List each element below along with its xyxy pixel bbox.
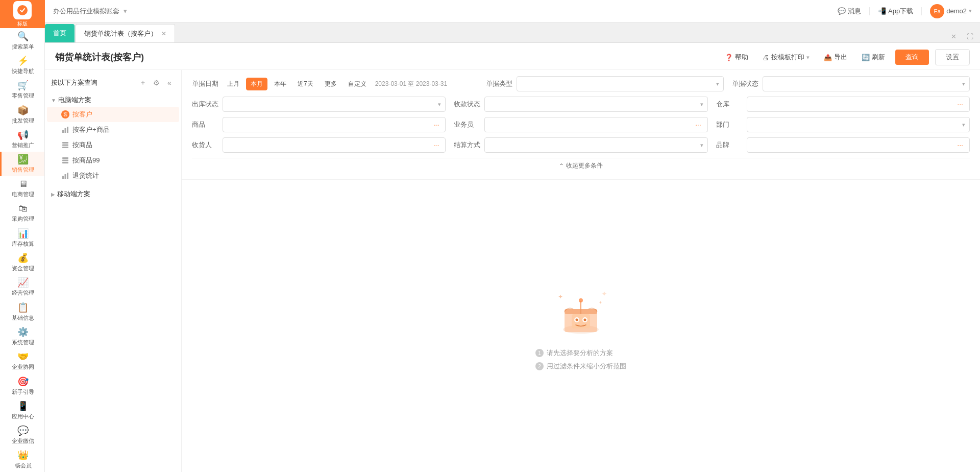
svg-point-23: [579, 298, 583, 302]
date-btn-last-month[interactable]: 上月: [223, 78, 244, 90]
sidebar-item-inventory[interactable]: 📊 库存核算: [0, 225, 44, 250]
add-scheme-btn[interactable]: ＋: [137, 77, 149, 88]
scheme-item-return-stats[interactable]: 退货统计: [47, 168, 179, 183]
tab-close-btn[interactable]: ✕: [161, 30, 166, 37]
sidebar-label-wholesale: 批发管理: [12, 117, 34, 125]
sidebar-item-corp[interactable]: 🤝 企业协同: [0, 349, 44, 373]
sidebar-item-newbie[interactable]: 🎯 新手引导: [0, 373, 44, 398]
date-filter-group: 上月 本月 本年 近7天 更多 自定义 2023-03-01 至 2023-03…: [223, 78, 447, 90]
receipt-status-select[interactable]: ▾: [484, 97, 707, 112]
sidebar-item-ops[interactable]: 📈 经营管理: [0, 275, 44, 299]
sidebar-item-search[interactable]: 🔍 搜索菜单: [0, 28, 44, 53]
user-area[interactable]: Ea demo2 ▾: [930, 4, 972, 18]
sidebar-item-purchase[interactable]: 🛍 采购管理: [0, 201, 44, 225]
sidebar-item-apps[interactable]: 📱 应用中心: [0, 398, 44, 422]
svg-rect-10: [62, 176, 64, 179]
sidebar-item-system[interactable]: ⚙️ 系统管理: [0, 324, 44, 348]
date-btn-custom[interactable]: 自定义: [344, 78, 371, 90]
status-chevron-icon: ▾: [962, 81, 965, 87]
date-btn-more[interactable]: 更多: [320, 78, 341, 90]
main-area: 办公用品行业模拟账套 ▾ 💬 消息 📲 App下载 Ea demo2 ▾: [45, 0, 980, 472]
receipt-status-label: 收款状态: [454, 100, 480, 109]
wholesale-icon: 📦: [17, 105, 29, 116]
sidebar-label-basic: 基础信息: [12, 314, 34, 322]
divider-1: [869, 7, 870, 15]
svg-rect-9: [62, 162, 68, 163]
date-btn-7days[interactable]: 近7天: [293, 78, 318, 90]
type-select[interactable]: ▾: [517, 76, 724, 91]
download-icon: 📲: [878, 7, 886, 15]
receiver-input[interactable]: ···: [223, 137, 446, 153]
status-select[interactable]: ▾: [763, 76, 970, 91]
tab-sales-stat[interactable]: 销货单统计表（按客户） ✕: [76, 24, 175, 42]
tab-home-label: 首页: [53, 29, 66, 38]
sidebar-label-system: 系统管理: [12, 339, 34, 346]
sidebar-item-basic[interactable]: 📋 基础信息: [0, 299, 44, 324]
tab-home[interactable]: 首页: [45, 24, 75, 42]
scheme-item-by-goods-99[interactable]: 按商品99: [47, 153, 179, 168]
filter-out-status: 出库状态 ▾: [192, 97, 446, 112]
tab-sales-stat-label: 销货单统计表（按客户）: [84, 29, 157, 38]
date-btn-this-month[interactable]: 本月: [246, 78, 267, 90]
settlement-select[interactable]: ▾: [484, 137, 707, 153]
header-right: 💬 消息 📲 App下载 Ea demo2 ▾: [838, 4, 972, 18]
scheme-item-by-goods[interactable]: 按商品: [47, 137, 179, 153]
sidebar-item-finance[interactable]: 💰 资金管理: [0, 250, 44, 275]
avatar: Ea: [930, 4, 944, 18]
tab-expand[interactable]: ⛶: [964, 30, 976, 42]
scheme-item-by-customer[interactable]: 客 按客户: [47, 107, 179, 122]
sidebar-item-wholesale[interactable]: 📦 批发管理: [0, 102, 44, 127]
dropdown-icon[interactable]: ▾: [124, 7, 127, 15]
header-left: 办公用品行业模拟账套 ▾: [53, 7, 127, 16]
svg-rect-12: [67, 173, 68, 179]
content-area: 销货单统计表(按客户) ❓ 帮助 🖨 按模板打印 ▾ 📤 导出 🔄 刷新: [45, 43, 980, 472]
message-btn[interactable]: 💬 消息: [838, 7, 861, 16]
top-header: 办公用品行业模拟账套 ▾ 💬 消息 📲 App下载 Ea demo2 ▾: [45, 0, 980, 22]
settings-scheme-btn[interactable]: ⚙: [151, 77, 162, 88]
logo-icon: [13, 1, 32, 19]
svg-text:✦: ✦: [601, 290, 607, 298]
query-btn[interactable]: 查询: [895, 50, 929, 65]
mobile-group-arrow: ▶: [51, 192, 55, 197]
sidebar-item-corp-wechat[interactable]: 💬 企业微信: [0, 422, 44, 447]
brand-input[interactable]: ···: [747, 137, 970, 153]
collapse-panel-btn[interactable]: «: [164, 77, 175, 88]
sidebar-item-ecommerce[interactable]: 🖥 电商管理: [0, 176, 44, 201]
receiver-dots-icon: ···: [431, 141, 442, 149]
print-icon: 🖨: [763, 54, 769, 61]
sidebar-item-retail[interactable]: 🛒 零售管理: [0, 78, 44, 102]
dept-select[interactable]: ▾: [747, 117, 970, 132]
date-btn-this-year[interactable]: 本年: [270, 78, 291, 90]
body-layout: 按以下方案查询 ＋ ⚙ « ▼ 电脑端方案 客: [45, 70, 980, 472]
download-btn[interactable]: 📲 App下载: [878, 7, 913, 16]
out-status-select[interactable]: ▾: [223, 97, 446, 112]
print-label: 按模板打印: [771, 53, 804, 62]
scheme-group-mobile-title[interactable]: ▶ 移动端方案: [45, 187, 181, 201]
sidebar-item-members[interactable]: 👑 畅会员: [0, 447, 44, 472]
scheme-group-desktop-title[interactable]: ▼ 电脑端方案: [45, 93, 181, 107]
help-btn[interactable]: ❓ 帮助: [721, 51, 752, 64]
scheme-item-by-customer-goods[interactable]: 按客户+商品: [47, 122, 179, 137]
salesperson-input[interactable]: ···: [484, 117, 707, 132]
refresh-btn[interactable]: 🔄 刷新: [857, 51, 889, 64]
filter-dept: 部门 ▾: [716, 117, 970, 132]
warehouse-input[interactable]: ···: [747, 97, 970, 112]
goods-input[interactable]: ···: [223, 117, 446, 132]
sidebar-item-marketing[interactable]: 📢 营销推广: [0, 127, 44, 151]
export-btn[interactable]: 📤 导出: [820, 51, 851, 64]
sidebar-item-quick-nav[interactable]: ⚡ 快捷导航: [0, 53, 44, 77]
sidebar-label-corp-wechat: 企业微信: [12, 437, 34, 445]
settings-btn[interactable]: 设置: [935, 49, 970, 65]
page-title: 销货单统计表(按客户): [55, 51, 144, 63]
corp-icon: 🤝: [17, 351, 29, 362]
tab-window-close[interactable]: ✕: [947, 30, 960, 42]
refresh-label: 刷新: [872, 53, 885, 62]
by-goods-99-icon: [61, 156, 69, 164]
print-btn[interactable]: 🖨 按模板打印 ▾: [758, 51, 814, 64]
collapse-filters-btn[interactable]: ⌃ 收起更多条件: [192, 158, 970, 173]
svg-point-20: [576, 319, 578, 321]
svg-rect-6: [62, 147, 68, 148]
date-range-display: 2023-03-01 至 2023-03-31: [375, 80, 447, 88]
sidebar-item-sales[interactable]: 💹 销售管理: [0, 152, 44, 176]
sidebar-label-quick-nav: 快捷导航: [12, 67, 34, 75]
